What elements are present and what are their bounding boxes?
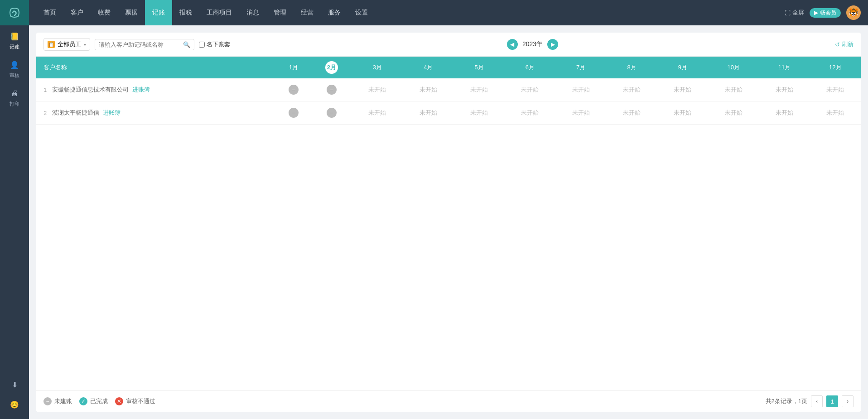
nav-item-business[interactable]: 工商项目 xyxy=(199,0,239,25)
vip-label: 畅会员 xyxy=(820,9,836,17)
refresh-icon: ↺ xyxy=(835,41,840,48)
row-0-month-10: 未开始 xyxy=(708,78,759,101)
row-0-month-1: − xyxy=(276,78,311,101)
col-header-customer: 客户名称 xyxy=(36,57,276,78)
status-not-started: 未开始 xyxy=(572,86,590,93)
nav-right: ⛶ 全屏 ▶ 畅会员 🐯 xyxy=(785,5,861,20)
search-icon: 🔍 xyxy=(183,41,190,48)
nav-item-customer[interactable]: 客户 xyxy=(63,0,91,25)
status-not-started: 未开始 xyxy=(470,86,488,93)
next-page-button[interactable]: › xyxy=(842,395,854,407)
bookkeeping-table: 客户名称1月2月3月4月5月6月7月8月9月10月11月12月 1 安徽畅捷通信… xyxy=(36,57,861,125)
fullscreen-button[interactable]: ⛶ 全屏 xyxy=(785,9,804,17)
customer-name: 漠澜太平畅捷通信 xyxy=(52,109,99,117)
col-header-m2: 2月 xyxy=(311,57,352,78)
sidebar-item-bookkeeping[interactable]: 📒 记账 xyxy=(9,25,20,54)
enter-ledger-link[interactable]: 进账簿 xyxy=(132,86,150,94)
legend-label-completed: 已完成 xyxy=(90,397,108,405)
table-wrap: 客户名称1月2月3月4月5月6月7月8月9月10月11月12月 1 安徽畅捷通信… xyxy=(36,57,861,390)
row-0-customer-cell: 1 安徽畅捷通信息技术有限公司 进账簿 xyxy=(36,78,276,101)
logo xyxy=(0,0,29,25)
row-1-month-3: 未开始 xyxy=(352,101,403,125)
status-not-created: − xyxy=(289,85,299,95)
col-header-m9: 9月 xyxy=(657,57,708,78)
nav-item-settings[interactable]: 设置 xyxy=(348,0,375,25)
total-text: 共2条记录，1页 xyxy=(766,397,807,405)
nav-item-operation[interactable]: 经营 xyxy=(294,0,321,25)
my-accounts-checkbox[interactable] xyxy=(199,42,205,48)
search-input[interactable] xyxy=(99,41,180,48)
status-not-created: − xyxy=(289,108,299,118)
legend-label-rejected: 审核不通过 xyxy=(126,397,155,405)
next-year-button[interactable]: ▶ xyxy=(547,39,558,50)
col-header-m10: 10月 xyxy=(708,57,759,78)
sidebar-item-print[interactable]: 🖨 打印 xyxy=(9,82,20,111)
col-header-m1: 1月 xyxy=(276,57,311,78)
col-header-m5: 5月 xyxy=(453,57,504,78)
checkbox-text: 名下账套 xyxy=(207,40,230,48)
current-page: 1 xyxy=(826,395,838,407)
row-0-month-9: 未开始 xyxy=(657,78,708,101)
legend-label-not_created: 未建账 xyxy=(54,397,72,405)
status-not-started: 未开始 xyxy=(776,86,793,93)
status-not-started: 未开始 xyxy=(470,109,488,116)
row-1-month-8: 未开始 xyxy=(606,101,657,125)
row-1-customer-cell: 2 漠澜太平畅捷通信 进账簿 xyxy=(36,101,276,125)
refresh-label: 刷新 xyxy=(842,40,854,48)
year-label: 2023年 xyxy=(522,40,543,48)
row-0-month-3: 未开始 xyxy=(352,78,403,101)
employee-filter-label: 全部员工 xyxy=(58,40,81,48)
nav-item-message[interactable]: 消息 xyxy=(239,0,266,25)
row-num: 2 xyxy=(43,110,47,116)
nav-item-service[interactable]: 服务 xyxy=(321,0,348,25)
search-wrap: 🔍 xyxy=(95,39,194,50)
legend-icon-completed: ✓ xyxy=(79,397,87,405)
nav-item-billing[interactable]: 收费 xyxy=(91,0,118,25)
sidebar-label-print: 打印 xyxy=(10,101,19,107)
status-not-started: 未开始 xyxy=(674,109,691,116)
row-0-month-7: 未开始 xyxy=(555,78,606,101)
avatar[interactable]: 🐯 xyxy=(846,5,861,20)
row-1-month-2: − xyxy=(311,101,352,125)
row-0-month-8: 未开始 xyxy=(606,78,657,101)
status-not-started: 未开始 xyxy=(572,109,590,116)
chevron-down-icon: ▾ xyxy=(84,42,86,47)
row-0-month-11: 未开始 xyxy=(759,78,810,101)
status-not-started: 未开始 xyxy=(826,109,844,116)
table-row: 1 安徽畅捷通信息技术有限公司 进账簿 −−未开始未开始未开始未开始未开始未开始… xyxy=(36,78,861,101)
legend-icon-rejected: ✕ xyxy=(115,397,123,405)
col-header-m3: 3月 xyxy=(352,57,403,78)
status-not-started: 未开始 xyxy=(674,86,691,93)
nav-item-manage[interactable]: 管理 xyxy=(266,0,294,25)
nav-item-home[interactable]: 首页 xyxy=(36,0,63,25)
customer-name: 安徽畅捷通信息技术有限公司 xyxy=(52,86,129,94)
prev-page-button[interactable]: ‹ xyxy=(811,395,823,407)
status-not-started: 未开始 xyxy=(623,109,641,116)
sidebar-icon-bookkeeping: 📒 xyxy=(9,31,20,42)
refresh-button[interactable]: ↺ 刷新 xyxy=(835,40,854,48)
topnav: 首页客户收费票据记账报税工商项目消息管理经营服务设置 ⛶ 全屏 ▶ 畅会员 🐯 xyxy=(29,0,868,25)
status-not-started: 未开始 xyxy=(521,109,539,116)
col-header-m12: 12月 xyxy=(810,57,861,78)
sidebar-label-audit: 审核 xyxy=(10,72,19,79)
enter-ledger-link[interactable]: 进账簿 xyxy=(103,109,121,117)
nav-item-invoice[interactable]: 票据 xyxy=(118,0,145,25)
vip-button[interactable]: ▶ 畅会员 xyxy=(810,8,841,18)
checkbox-label[interactable]: 名下账套 xyxy=(199,40,230,48)
legend-completed: ✓ 已完成 xyxy=(79,397,108,405)
sidebar-icon-audit: 👤 xyxy=(9,59,20,70)
toolbar: 📋 全部员工 ▾ 🔍 名下账套 ◀ 2023年 ▶ xyxy=(36,33,861,57)
status-not-created: − xyxy=(327,108,337,118)
sidebar-icon-support: 😊 xyxy=(9,399,20,410)
sidebar-item-download[interactable]: ⬇ xyxy=(9,374,20,394)
row-0-month-5: 未开始 xyxy=(453,78,504,101)
status-not-created: − xyxy=(327,85,337,95)
row-1-month-7: 未开始 xyxy=(555,101,606,125)
employee-filter[interactable]: 📋 全部员工 ▾ xyxy=(43,38,90,51)
sidebar-item-audit[interactable]: 👤 审核 xyxy=(9,54,20,82)
prev-year-button[interactable]: ◀ xyxy=(507,39,518,50)
nav-item-bookkeeping[interactable]: 记账 xyxy=(145,0,172,25)
sidebar-item-support[interactable]: 😊 xyxy=(9,394,20,414)
nav-item-tax[interactable]: 报税 xyxy=(172,0,199,25)
fullscreen-label: 全屏 xyxy=(792,9,804,17)
